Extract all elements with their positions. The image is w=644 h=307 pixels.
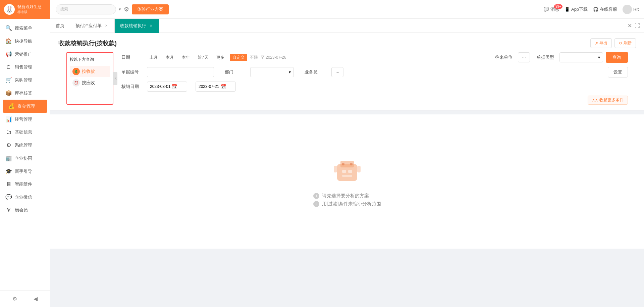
tab-home-label: 首页 <box>56 23 64 29</box>
department-select[interactable]: ▾ <box>250 67 294 77</box>
sidebar-item-label: 资金管理 <box>17 103 35 109</box>
expand-btn-row: ∧∧ 收起更多条件 <box>121 96 628 105</box>
sidebar-item-quick-nav[interactable]: 🏠 快捷导航 <box>0 35 50 48</box>
tab-receivable-close-icon[interactable]: ✕ <box>148 23 154 29</box>
industry-solution-button[interactable]: 体验行业方案 <box>132 4 169 14</box>
tab-prepay-label: 预付冲应付单 <box>75 23 102 29</box>
collapse-icon[interactable]: ◀ <box>34 296 38 302</box>
header-search-area: 搜索 ▾ ⚙ 体验行业方案 <box>56 4 540 14</box>
service-label: 在线客服 <box>600 6 617 12</box>
tab-prepay-close-icon[interactable]: ✕ <box>104 23 109 29</box>
dropdown-icon[interactable]: ▾ <box>119 7 121 12</box>
query-form: 日期 上月 本月 本年 近7天 更多 自定义 不限 至 2023-07-26 <box>121 52 628 105</box>
message-badge: 99+ <box>554 4 562 9</box>
refresh-button[interactable]: ↺ 刷新 <box>614 38 636 48</box>
sidebar-item-inventory[interactable]: 📦 库存核算 <box>0 87 50 100</box>
step-1-num: 1 <box>313 193 319 199</box>
page-content: 收款核销执行(按收款) ↗ 导出 ↺ 刷新 按以下方查询 <box>50 33 644 307</box>
verify-date-end-value: 2023-07-21 <box>199 84 219 89</box>
message-icon: 💬 <box>544 7 549 12</box>
sidebar-item-sales[interactable]: 🗒 销售管理 <box>0 61 50 73</box>
doc-type-label: 单据类型 <box>537 54 557 60</box>
sidebar-item-vip[interactable]: V 畅会员 <box>0 204 50 216</box>
empty-hint-2: 2 用[过滤]条件来缩小分析范围 <box>313 201 381 207</box>
sidebar-item-hardware[interactable]: 🖥 智能硬件 <box>0 178 50 191</box>
tab-expand-icon[interactable]: ⛶ <box>635 23 640 29</box>
tab-close-all-icon[interactable]: ✕ <box>628 22 632 29</box>
online-service-item[interactable]: 🎧 在线客服 <box>593 6 617 12</box>
filter-option-by-receivable[interactable]: ⏰ 按应收 <box>70 77 110 89</box>
export-button[interactable]: ↗ 导出 <box>590 38 612 48</box>
user-profile-item[interactable]: Rit <box>623 5 639 14</box>
sidebar-item-operations[interactable]: 📊 经营管理 <box>0 113 50 126</box>
header-gear-icon[interactable]: ⚙ <box>124 6 129 13</box>
message-item[interactable]: 💬 消息 99+ <box>544 6 559 12</box>
tab-prepay[interactable]: 预付冲应付单 ✕ <box>70 19 115 33</box>
counterpart-label: 往来单位 <box>495 54 515 60</box>
sidebar-item-basic-info[interactable]: 🗂 基础信息 <box>0 126 50 139</box>
tab-bar: 首页 预付冲应付单 ✕ 收款核销执行 ✕ ✕ ⛶ <box>50 19 644 33</box>
staff-ellipsis-btn[interactable]: ··· <box>331 67 343 77</box>
doc-number-input[interactable] <box>147 67 214 77</box>
page-actions: ↗ 导出 ↺ 刷新 <box>590 38 636 48</box>
verify-date-label: 核销日期 <box>121 84 142 90</box>
filter-panel-title: 按以下方查询 <box>70 57 110 62</box>
chevron-up-icon: ∧∧ <box>592 98 598 103</box>
sidebar-item-search-menu[interactable]: 🔍 搜索菜单 <box>0 21 50 35</box>
filter-panel-collapse-icon[interactable]: 《 <box>113 72 117 85</box>
verify-date-start-value: 2023-03-01 <box>150 84 170 89</box>
guide-icon: 🎓 <box>5 168 12 174</box>
date-btn-more[interactable]: 更多 <box>214 54 227 61</box>
date-btn-7days[interactable]: 近7天 <box>195 54 211 61</box>
date-range-dash: — <box>189 84 194 89</box>
date-filter-group: 上月 本月 本年 近7天 更多 自定义 不限 至 2023-07-26 <box>147 54 286 61</box>
calendar-end-icon[interactable]: 📅 <box>220 84 226 89</box>
wechat-icon: 💬 <box>5 194 12 200</box>
sidebar-item-enterprise[interactable]: 🏢 企业协同 <box>0 152 50 165</box>
counterpart-ellipsis-btn[interactable]: ··· <box>518 52 530 62</box>
settings-button[interactable]: 设置 <box>608 67 628 78</box>
empty-text: 1 请先选择要分析的方案 2 用[过滤]条件来缩小分析范围 <box>313 193 381 209</box>
filter-option-by-receipt[interactable]: 💲 按收款 <box>70 66 110 77</box>
verify-date-start-input[interactable]: 2023-03-01 📅 <box>147 82 187 92</box>
tab-home[interactable]: 首页 <box>50 19 70 33</box>
sidebar-item-guide[interactable]: 🎓 新手引导 <box>0 165 50 178</box>
tab-receivable[interactable]: 收款核销执行 ✕ <box>115 19 159 33</box>
sidebar-item-purchase[interactable]: 🛒 采购管理 <box>0 73 50 87</box>
sidebar-item-finance[interactable]: 💰 资金管理 <box>3 100 47 113</box>
finance-icon: 💰 <box>8 103 15 109</box>
header-search-box[interactable]: 搜索 <box>56 4 116 14</box>
sidebar-item-system[interactable]: ⚙ 系统管理 <box>0 139 50 152</box>
date-btn-last-month[interactable]: 上月 <box>147 54 160 61</box>
sidebar-logo: 🐰 畅捷通好生意 标准版 <box>0 0 50 19</box>
sidebar-item-marketing[interactable]: 📢 营销推广 <box>0 48 50 61</box>
doc-type-select[interactable]: ▾ <box>559 52 603 62</box>
filter-area: 按以下方查询 💲 按收款 ⏰ 按应收 《 日期 <box>58 52 636 110</box>
date-btn-this-month[interactable]: 本月 <box>163 54 176 61</box>
date-end-display: 至 2023-07-26 <box>261 55 286 60</box>
date-btn-this-year[interactable]: 本年 <box>179 54 193 61</box>
form-row-3: 核销日期 2023-03-01 📅 — 2023-07-21 📅 <box>121 82 628 92</box>
svg-point-3 <box>350 163 353 165</box>
svg-rect-8 <box>357 166 361 172</box>
filter-panel: 按以下方查询 💲 按收款 ⏰ 按应收 《 <box>66 52 113 105</box>
dropdown-chevron-icon: ▾ <box>598 55 600 60</box>
sidebar: 🐰 畅捷通好生意 标准版 🔍 搜索菜单 🏠 快捷导航 📢 营销推广 🗒 销售管理… <box>0 0 50 307</box>
verify-date-end-input[interactable]: 2023-07-21 📅 <box>196 82 236 92</box>
inventory-icon: 📦 <box>5 90 12 96</box>
sidebar-item-label: 新手引导 <box>15 168 32 174</box>
settings-icon[interactable]: ⚙ <box>12 296 17 302</box>
query-button[interactable]: 查询 <box>606 52 628 63</box>
sidebar-item-label: 经营管理 <box>15 116 32 122</box>
svg-rect-6 <box>342 175 352 177</box>
empty-state: 1 请先选择要分析的方案 2 用[过滤]条件来缩小分析范围 <box>313 154 381 209</box>
calendar-start-icon[interactable]: 📅 <box>172 84 177 89</box>
expand-filters-button[interactable]: ∧∧ 收起更多条件 <box>588 96 628 105</box>
page-title: 收款核销执行(按收款) <box>58 39 117 47</box>
svg-rect-7 <box>334 166 337 172</box>
app-download-item[interactable]: 📱 App下载 <box>565 6 588 12</box>
step-2-num: 2 <box>313 201 319 207</box>
sidebar-item-wechat[interactable]: 💬 企业微信 <box>0 191 50 204</box>
doc-number-label: 单据编号 <box>121 69 142 75</box>
date-custom-badge[interactable]: 自定义 <box>230 54 247 61</box>
